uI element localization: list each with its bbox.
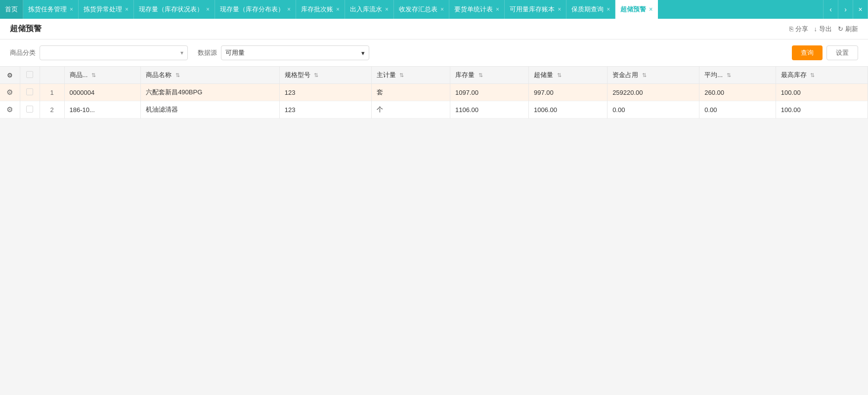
- refresh-label: 刷新: [845, 25, 858, 34]
- nav-pick-task-label: 拣货任务管理: [28, 5, 67, 14]
- nav-close-button[interactable]: ×: [853, 0, 868, 19]
- row-checkbox-cell[interactable]: [20, 101, 40, 118]
- col-code[interactable]: 商品... ⇅: [64, 67, 141, 84]
- col-maxstock[interactable]: 最高库存 ⇅: [776, 67, 868, 84]
- row-code: 186-10...: [64, 101, 141, 118]
- refresh-button[interactable]: ↻ 刷新: [838, 25, 858, 34]
- nav-order-stats-label: 要货单统计表: [454, 5, 493, 14]
- col-stock-sort-icon: ⇅: [478, 72, 483, 79]
- nav-available-account-close[interactable]: ×: [558, 6, 561, 13]
- col-gear[interactable]: ⚙: [0, 67, 20, 84]
- row-overstock: 997.00: [529, 84, 608, 101]
- col-name[interactable]: 商品名称 ⇅: [141, 67, 280, 84]
- nav-inout-flow[interactable]: 出入库流水 ×: [345, 0, 394, 19]
- row-capital: 0.00: [608, 101, 699, 118]
- nav-next-button[interactable]: ›: [838, 0, 853, 19]
- nav-inout-flow-close[interactable]: ×: [385, 6, 389, 13]
- row-avg: 260.00: [699, 84, 776, 101]
- row-num: 2: [40, 101, 64, 118]
- nav-batch-account-label: 库存批次账: [301, 5, 333, 14]
- row-maxstock: 100.00: [776, 84, 868, 101]
- row-capital: 259220.00: [608, 84, 699, 101]
- col-overstock[interactable]: 超储量 ⇅: [529, 67, 608, 84]
- col-avg-sort-icon: ⇅: [727, 72, 731, 79]
- col-overstock-sort-icon: ⇅: [557, 72, 562, 79]
- nav-batch-account-close[interactable]: ×: [336, 6, 340, 13]
- export-button[interactable]: ↓ 导出: [814, 25, 832, 34]
- row-checkbox-cell[interactable]: [20, 84, 40, 101]
- page-title: 超储预警: [10, 24, 42, 34]
- col-overstock-label: 超储量: [534, 71, 553, 79]
- nav-pick-exception-label: 拣货异常处理: [84, 5, 122, 14]
- row-checkbox[interactable]: [26, 88, 33, 95]
- table-row[interactable]: ⚙ 1 0000004 六配套新昌490BPG 123 套 1097.00 99…: [0, 84, 868, 101]
- row-unit: 套: [371, 84, 450, 101]
- nav-inventory-status[interactable]: 现存量（库存状况表） ×: [134, 0, 215, 19]
- nav-pick-exception-close[interactable]: ×: [125, 6, 129, 13]
- category-label: 商品分类: [10, 48, 36, 57]
- share-button[interactable]: ⎘ 分享: [789, 25, 808, 34]
- nav-order-stats-close[interactable]: ×: [496, 6, 499, 13]
- col-avg-label: 平均...: [704, 71, 723, 79]
- col-spec[interactable]: 规格型号 ⇅: [279, 67, 371, 84]
- nav-expiry-label: 保质期查询: [571, 5, 604, 14]
- row-num: 1: [40, 84, 64, 101]
- row-stock: 1097.00: [450, 84, 528, 101]
- page-header: 超储预警 ⎘ 分享 ↓ 导出 ↻ 刷新: [0, 19, 868, 40]
- export-label: 导出: [819, 25, 832, 34]
- nav-inventory-dist-close[interactable]: ×: [287, 6, 291, 13]
- nav-inventory-status-label: 现存量（库存状况表）: [139, 5, 203, 14]
- nav-inventory-dist-label: 现存量（库存分布表）: [220, 5, 284, 14]
- col-unit[interactable]: 主计量 ⇅: [371, 67, 450, 84]
- datasource-value: 可用量: [225, 48, 245, 57]
- nav-batch-account[interactable]: 库存批次账 ×: [296, 0, 345, 19]
- data-table: ⚙ 商品... ⇅ 商品名称 ⇅ 规格型号 ⇅: [0, 67, 868, 118]
- col-unit-label: 主计量: [377, 71, 396, 79]
- nav-summary-close[interactable]: ×: [440, 6, 444, 13]
- row-gear-icon[interactable]: ⚙: [0, 84, 20, 101]
- nav-overstock-close[interactable]: ×: [649, 6, 652, 13]
- refresh-icon: ↻: [838, 25, 843, 33]
- row-gear-icon[interactable]: ⚙: [0, 101, 20, 118]
- filter-row: 商品分类 ▾ 数据源 可用量 ▾ 查询 设置: [0, 40, 868, 67]
- select-all-checkbox[interactable]: [26, 71, 33, 78]
- nav-order-stats[interactable]: 要货单统计表 ×: [449, 0, 505, 19]
- row-overstock: 1006.00: [529, 101, 608, 118]
- nav-available-account[interactable]: 可用量库存账本 ×: [505, 0, 566, 19]
- chevron-down-icon: ▾: [180, 49, 183, 56]
- table-row[interactable]: ⚙ 2 186-10... 机油滤清器 123 个 1106.00 1006.0…: [0, 101, 868, 118]
- col-avg[interactable]: 平均... ⇅: [699, 67, 776, 84]
- col-stock[interactable]: 库存量 ⇅: [450, 67, 528, 84]
- share-label: 分享: [795, 25, 808, 34]
- content-area: [0, 118, 868, 395]
- nav-pick-task[interactable]: 拣货任务管理 ×: [23, 0, 79, 19]
- category-select[interactable]: ▾: [40, 45, 188, 60]
- nav-expiry-close[interactable]: ×: [607, 6, 610, 13]
- col-capital-sort-icon: ⇅: [642, 72, 647, 79]
- nav-arrows: ‹ › ×: [823, 0, 868, 19]
- nav-expiry[interactable]: 保质期查询 ×: [566, 0, 615, 19]
- query-button[interactable]: 查询: [792, 45, 823, 60]
- row-code: 0000004: [64, 84, 141, 101]
- col-spec-sort-icon: ⇅: [314, 72, 318, 79]
- col-num: [40, 67, 64, 84]
- nav-overstock[interactable]: 超储预警 ×: [615, 0, 658, 19]
- nav-prev-button[interactable]: ‹: [824, 0, 838, 19]
- col-code-label: 商品...: [70, 71, 88, 79]
- nav-summary-label: 收发存汇总表: [399, 5, 437, 14]
- row-checkbox[interactable]: [26, 106, 33, 113]
- nav-pick-task-close[interactable]: ×: [70, 6, 73, 13]
- col-check-all[interactable]: [20, 67, 40, 84]
- datasource-select[interactable]: 可用量 ▾: [221, 45, 369, 60]
- share-icon: ⎘: [789, 25, 793, 33]
- nav-overstock-label: 超储预警: [620, 5, 646, 14]
- table-header-row: ⚙ 商品... ⇅ 商品名称 ⇅ 规格型号 ⇅: [0, 67, 868, 84]
- nav-home[interactable]: 首页: [0, 0, 23, 19]
- row-name: 机油滤清器: [141, 101, 280, 118]
- settings-button[interactable]: 设置: [826, 45, 858, 60]
- col-capital[interactable]: 资金占用 ⇅: [608, 67, 699, 84]
- nav-pick-exception[interactable]: 拣货异常处理 ×: [79, 0, 134, 19]
- nav-inventory-status-close[interactable]: ×: [206, 6, 210, 13]
- nav-inventory-dist[interactable]: 现存量（库存分布表） ×: [215, 0, 296, 19]
- nav-summary[interactable]: 收发存汇总表 ×: [394, 0, 449, 19]
